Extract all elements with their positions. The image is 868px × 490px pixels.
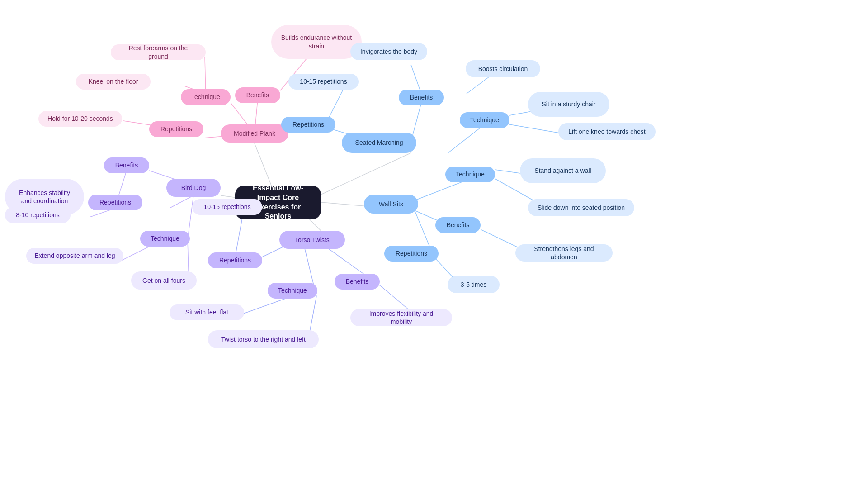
mp-reps-text-node: Hold for 10-20 seconds (38, 111, 122, 127)
ws-reps-text-node: 3-5 times (448, 276, 500, 293)
sm-benefits-node: Benefits (399, 90, 444, 105)
bd-tech1-node: Extend opposite arm and leg (26, 248, 123, 264)
mp-technique-node: Technique (181, 89, 231, 105)
tt-benefits-text-node: Improves flexibility and mobility (350, 309, 452, 326)
sm-tech2-node: Lift one knee towards chest (558, 123, 656, 140)
ws-benefits-node: Benefits (435, 217, 481, 233)
mp-tech1-node: Kneel on the floor (76, 74, 151, 90)
mp-reps-node: Repetitions (149, 121, 203, 137)
svg-line-28 (448, 124, 485, 153)
svg-line-22 (235, 213, 243, 257)
sm-benefits2-node: Boosts circulation (466, 60, 540, 77)
seated-marching-node: Seated Marching (342, 133, 416, 153)
ws-tech1-node: Stand against a wall (520, 158, 606, 183)
sm-tech1-node: Sit in a sturdy chair (528, 92, 609, 117)
tt-reps-text-node: 10-15 repetitions (192, 199, 262, 215)
bd-benefits-node: Benefits (104, 157, 149, 173)
sm-reps-text-node: 10-15 repetitions (288, 74, 359, 90)
svg-line-11 (205, 57, 206, 94)
modified-plank-node: Modified Plank (221, 124, 288, 143)
tt-reps-node: Repetitions (208, 252, 262, 268)
tt-benefits-node: Benefits (335, 274, 380, 290)
ws-benefits-text-node: Strengthens legs and abdomen (515, 244, 613, 262)
svg-line-31 (328, 85, 345, 119)
svg-line-14 (188, 195, 193, 240)
bd-technique-node: Technique (140, 231, 190, 247)
tt-technique-node: Technique (268, 283, 317, 299)
ws-reps-node: Repetitions (384, 246, 439, 262)
mp-benefits-text-node: Builds endurance without strain (271, 25, 362, 59)
bd-reps-text-node: 8-10 repetitions (5, 207, 71, 223)
sm-technique-node: Technique (460, 112, 509, 128)
sm-benefits1-node: Invigorates the body (350, 43, 427, 60)
bd-reps-node: Repetitions (88, 195, 142, 210)
svg-line-3 (321, 153, 411, 195)
bd-tech2-node: Get on all fours (131, 271, 197, 290)
bird-dog-node: Bird Dog (166, 179, 221, 197)
ws-technique-node: Technique (445, 167, 495, 182)
wall-sits-node: Wall Sits (364, 195, 418, 214)
torso-twists-node: Torso Twists (279, 231, 345, 249)
tt-tech1-node: Sit with feet flat (170, 304, 244, 320)
ws-tech2-node: Slide down into seated position (528, 199, 634, 216)
tt-tech2-node: Twist torso to the right and left (208, 330, 319, 348)
svg-line-13 (170, 195, 193, 208)
mp-benefits-node: Benefits (235, 87, 280, 103)
mp-tech2-node: Rest forearms on the ground (111, 44, 206, 60)
sm-reps-node: Repetitions (281, 117, 335, 133)
